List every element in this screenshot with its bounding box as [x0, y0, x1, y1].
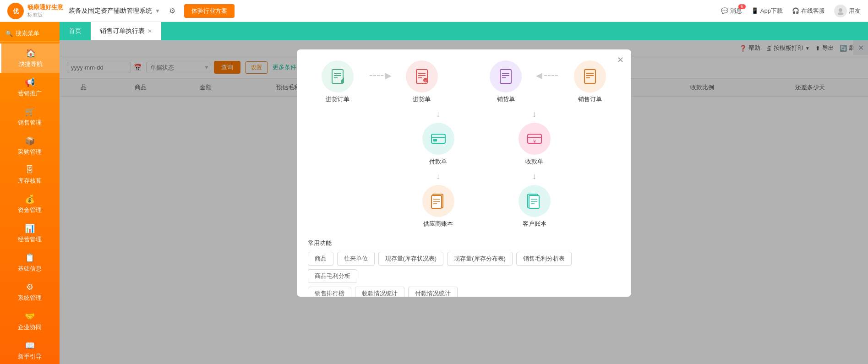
purchase-order-icon	[322, 60, 354, 92]
page-content: ❓ 帮助 🖨 按模板打印 ▼ ⬆ 导出 🔄 刷新	[60, 40, 868, 364]
node-purchase-bill[interactable]: ✓ 进货单	[392, 60, 452, 103]
sidebar-item-basic-info[interactable]: 📋 基础信息	[0, 248, 60, 277]
node-sales-bill[interactable]: 销货单	[476, 60, 536, 103]
node-customer-ledger[interactable]: 客户账本	[500, 185, 569, 228]
message-icon: 💬	[721, 7, 728, 14]
node-sales-order[interactable]: 销售订单	[560, 60, 620, 103]
supplier-ledger-label: 供应商账本	[423, 220, 453, 228]
func-btn-goods[interactable]: 商品	[308, 252, 333, 266]
operation-icon: 📊	[25, 223, 35, 234]
func-btn-goods-margin[interactable]: 商品毛利分析	[308, 269, 357, 283]
sidebar-item-guide[interactable]: 📖 新手引导	[0, 336, 60, 364]
receipt-icon: ¥	[519, 123, 551, 155]
purchase-bill-icon: ✓	[406, 60, 438, 92]
content-area: 首页 销售订单执行表 ✕ ❓ 帮助 🖨 按模板打印 ▼	[60, 22, 868, 364]
arrow-rec-down: ↓	[500, 169, 569, 183]
sidebar-item-purchase[interactable]: 📦 采购管理	[0, 131, 60, 161]
sidebar-item-sales[interactable]: 🛒 销售管理	[0, 102, 60, 131]
search-menu-item[interactable]: 🔍 搜索菜单	[0, 26, 60, 42]
trial-btn[interactable]: 体验行业方案	[184, 4, 235, 18]
svg-rect-24	[433, 139, 437, 141]
arrow-so-to-sb: ◀	[536, 71, 560, 81]
flow-row-3: 供应商账本	[308, 185, 620, 228]
svg-text:优: 优	[12, 8, 19, 15]
sidebar-item-sys-mgmt[interactable]: ⚙ 系统管理	[0, 277, 60, 307]
node-receipt[interactable]: ¥ 收款单	[500, 123, 569, 166]
settings-icon[interactable]: ⚙	[166, 5, 179, 17]
flow-row-1: 进货订单 ▶	[308, 60, 620, 103]
func-btn-stock-status[interactable]: 现存量(库存状况表)	[378, 252, 444, 266]
func-btn-counterparty[interactable]: 往来单位	[337, 252, 375, 266]
sales-icon: 🛒	[25, 107, 35, 117]
modal-close-btn[interactable]: ✕	[617, 55, 624, 65]
header-left: 优 畅康通好生意 标准版 装备及固定资产辅助管理系统 ▼ ⚙ 体验行业方案	[7, 3, 235, 19]
payment-label: 付款单	[429, 158, 447, 166]
sidebar-item-capital[interactable]: 💰 资金管理	[0, 190, 60, 219]
arrow-pb-down: ↓	[404, 107, 473, 121]
payment-icon	[422, 123, 454, 155]
guide-icon: 📖	[25, 341, 35, 351]
svg-rect-29	[431, 196, 442, 208]
arrow-sb-down: ↓	[500, 107, 569, 121]
svg-text:✓: ✓	[424, 79, 427, 83]
svg-text:¥: ¥	[533, 139, 536, 144]
supplier-ledger-icon	[422, 185, 454, 217]
app-download-btn[interactable]: 📱 App下载	[751, 7, 783, 15]
search-icon: 🔍	[5, 30, 13, 37]
download-icon: 📱	[751, 7, 759, 14]
sidebar: 🔍 搜索菜单 🏠 快捷导航 📢 营销推广 🛒 销售管理 📦 采购管理 🗄 库存核…	[0, 22, 60, 364]
vertical-arrows-row: ↓ ↓	[308, 107, 620, 121]
customer-ledger-icon	[519, 185, 551, 217]
func-btn-sales-margin[interactable]: 销售毛利分析表	[516, 252, 572, 266]
logo-text: 畅康通好生意 标准版	[27, 4, 63, 18]
svg-point-3	[838, 12, 843, 15]
message-btn[interactable]: 💬 消息 6	[721, 7, 742, 15]
avatar	[834, 5, 847, 17]
tab-close-icon[interactable]: ✕	[147, 28, 152, 34]
func-btn-sales-rank[interactable]: 销售排行榜	[308, 287, 351, 297]
sales-order-label: 销售订单	[578, 95, 602, 103]
sales-order-icon	[574, 60, 606, 92]
node-purchase-order[interactable]: 进货订单	[308, 60, 368, 103]
func-btn-stock-dist[interactable]: 现存量(库存分布表)	[447, 252, 513, 266]
arrow-po-to-pb: ▶	[368, 71, 392, 81]
logo-area: 优 畅康通好生意 标准版	[7, 3, 63, 19]
modal-overlay: ✕	[60, 40, 868, 364]
user-menu[interactable]: 用友	[834, 5, 861, 17]
arrow-pay-down: ↓	[404, 169, 473, 183]
sidebar-item-inventory[interactable]: 🗄 库存核算	[0, 161, 60, 190]
sidebar-item-enterprise[interactable]: 🤝 企业协同	[0, 307, 60, 336]
node-supplier-ledger[interactable]: 供应商账本	[404, 185, 473, 228]
func-buttons-row1: 商品 往来单位 现存量(库存状况表) 现存量(库存分布表) 销售毛利分析表 商品…	[308, 252, 620, 283]
headset-icon: 🎧	[792, 7, 799, 14]
tab-sales-order-exec[interactable]: 销售订单执行表 ✕	[91, 22, 161, 40]
sidebar-item-operation[interactable]: 📊 经营管理	[0, 219, 60, 248]
tab-home[interactable]: 首页	[60, 22, 91, 40]
func-buttons-row2: 销售排行榜 收款情况统计 付款情况统计	[308, 287, 620, 297]
flow-modal: ✕	[297, 49, 631, 297]
sales-bill-icon	[490, 60, 522, 92]
sys-mgmt-icon: ⚙	[26, 282, 33, 292]
svg-rect-14	[500, 70, 511, 83]
sales-bill-label: 销货单	[497, 95, 515, 103]
svg-rect-22	[431, 134, 445, 143]
logo-icon: 优	[7, 3, 24, 19]
svg-point-2	[839, 8, 842, 12]
top-header: 优 畅康通好生意 标准版 装备及固定资产辅助管理系统 ▼ ⚙ 体验行业方案 💬 …	[0, 0, 868, 22]
online-service-btn[interactable]: 🎧 在线客服	[792, 7, 825, 15]
tab-bar: 首页 销售订单执行表 ✕	[60, 22, 868, 40]
vertical-arrows-row-2: ↓ ↓	[308, 169, 620, 183]
sidebar-item-marketing[interactable]: 📢 营销推广	[0, 73, 60, 102]
func-btn-payment-stats[interactable]: 付款情况统计	[408, 287, 458, 297]
customer-ledger-label: 客户账本	[523, 220, 546, 228]
chevron-down-icon[interactable]: ▼	[155, 8, 160, 14]
main-layout: 🔍 搜索菜单 🏠 快捷导航 📢 营销推广 🛒 销售管理 📦 采购管理 🗄 库存核…	[0, 22, 868, 364]
func-btn-receipt-stats[interactable]: 收款情况统计	[355, 287, 404, 297]
sidebar-item-quick-nav[interactable]: 🏠 快捷导航	[0, 43, 60, 73]
purchase-icon: 📦	[25, 136, 35, 146]
basic-info-icon: 📋	[25, 253, 35, 263]
common-funcs-title: 常用功能	[308, 239, 620, 247]
enterprise-icon: 🤝	[25, 311, 35, 321]
inventory-icon: 🗄	[26, 165, 34, 175]
node-payment[interactable]: 付款单	[404, 123, 473, 166]
